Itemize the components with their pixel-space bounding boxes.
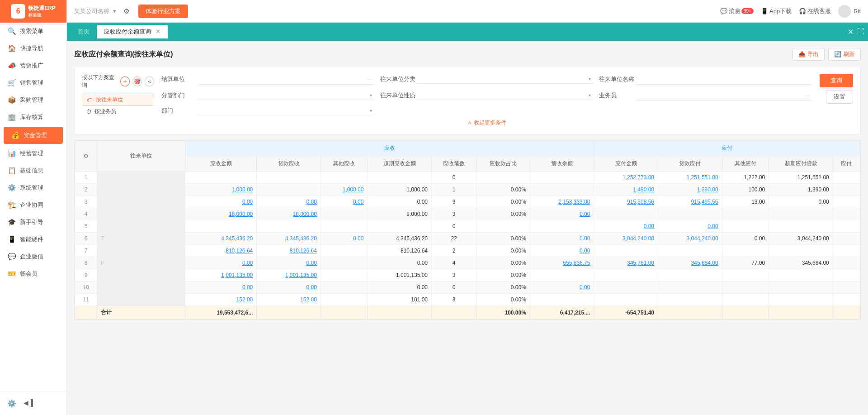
col-settings[interactable]: ⚙ [75, 141, 97, 172]
filter-target-btn[interactable]: 🎯 [132, 76, 142, 86]
row-ar-prepay[interactable] [530, 294, 594, 306]
sidebar-item-system[interactable]: ⚙️ 系统管理 [0, 179, 66, 196]
sidebar-settings-btn[interactable]: ⚙️ [7, 399, 16, 408]
partner-name-input[interactable] [635, 74, 812, 85]
row-ar-other[interactable] [321, 281, 368, 294]
row-ar-amount[interactable]: 4,345,436.20 [185, 233, 257, 245]
tab-ar-ap[interactable]: 应收应付余额查询 ✕ [97, 25, 168, 38]
user-area[interactable]: Rit [838, 5, 861, 18]
row-ar-amount[interactable]: 0.00 [185, 281, 257, 294]
row-ar-other[interactable] [321, 172, 368, 184]
row-ar-other[interactable] [321, 257, 368, 269]
row-ar-other[interactable] [321, 220, 368, 233]
row-ap-loan[interactable]: 1,251,551.00 [658, 172, 722, 184]
row-ar-amount[interactable]: 152.00 [185, 294, 257, 306]
row-ar-prepay[interactable] [530, 184, 594, 196]
header-gear-icon[interactable]: ⚙ [123, 7, 129, 15]
filter-scheme-unit[interactable]: 🏷 按往来单位 [82, 94, 154, 106]
filter-scheme-salesperson[interactable]: ⏱ 按业务员 [82, 106, 154, 117]
window-maximize-btn[interactable]: ⛶ [857, 28, 864, 36]
row-ar-amount[interactable]: 0.00 [185, 196, 257, 208]
sidebar-item-weixin[interactable]: 💬 企业微信 [0, 248, 66, 265]
row-ar-loan[interactable] [257, 184, 321, 196]
sidebar-item-basic-info[interactable]: 📋 基础信息 [0, 162, 66, 179]
row-ar-loan[interactable]: 18,000.00 [257, 208, 321, 220]
row-ap-loan[interactable]: 1,390.00 [658, 184, 722, 196]
row-ar-prepay[interactable]: 0.00 [530, 233, 594, 245]
row-ar-loan[interactable] [257, 220, 321, 233]
row-ar-prepay[interactable] [530, 172, 594, 184]
row-ap-amount[interactable]: 1,490.00 [594, 184, 658, 196]
sidebar-item-marketing[interactable]: 📣 营销推广 [0, 57, 66, 74]
sidebar-item-smart-hw[interactable]: 📱 智能硬件 [0, 231, 66, 248]
row-ap-amount[interactable]: 345,761.00 [594, 257, 658, 269]
query-btn[interactable]: 查询 [820, 74, 853, 87]
row-ap-loan[interactable]: 3,044,240.00 [658, 233, 722, 245]
salesperson-input[interactable]: ··· [635, 90, 812, 101]
breadcrumb-chevron[interactable]: ▾ [113, 8, 116, 14]
row-ap-amount[interactable] [594, 294, 658, 306]
sidebar-item-member[interactable]: 🎫 畅会员 [0, 265, 66, 282]
row-ar-prepay[interactable]: 0.00 [530, 281, 594, 294]
row-ar-loan[interactable] [257, 172, 321, 184]
division-dept-select[interactable]: ▾ [198, 106, 375, 115]
notification-area[interactable]: 💬 消息 99+ [720, 7, 754, 15]
setting-btn[interactable]: 设置 [826, 90, 853, 104]
row-ar-other[interactable]: 0.00 [321, 233, 368, 245]
row-ap-amount[interactable] [594, 208, 658, 220]
row-ar-loan[interactable]: 0.00 [257, 257, 321, 269]
sidebar-item-enterprise[interactable]: 🏗️ 企业协同 [0, 196, 66, 214]
sidebar-collapse-btn[interactable]: ◀▐ [24, 399, 33, 408]
row-ar-loan[interactable]: 0.00 [257, 281, 321, 294]
row-ar-amount[interactable]: 18,000.00 [185, 208, 257, 220]
row-ap-loan[interactable]: 0.00 [658, 220, 722, 233]
app-download-btn[interactable]: 📱 App下载 [761, 7, 792, 15]
tab-home[interactable]: 首页 [71, 25, 97, 38]
sidebar-item-search-menu[interactable]: 🔍 搜索菜单 [0, 23, 66, 40]
sidebar-item-operations[interactable]: 📊 经营管理 [0, 145, 66, 162]
row-ar-other[interactable] [321, 294, 368, 306]
row-ap-amount[interactable] [594, 281, 658, 294]
industry-plan-btn[interactable]: 体验行业方案 [138, 5, 188, 18]
row-ar-amount[interactable]: 1,001,135.00 [185, 269, 257, 281]
row-ap-loan[interactable] [658, 269, 722, 281]
table-settings-icon[interactable]: ⚙ [84, 153, 89, 159]
refresh-btn[interactable]: 🔄 刷新 [828, 48, 861, 61]
settlement-unit-input[interactable]: ··· [198, 74, 375, 85]
row-ar-other[interactable] [321, 245, 368, 257]
sidebar-item-inventory[interactable]: 🏢 库存核算 [0, 109, 66, 126]
online-service-btn[interactable]: 🎧 在线客服 [799, 7, 831, 15]
export-btn[interactable]: 📤 导出 [793, 48, 825, 61]
partner-nature-select[interactable]: ▾ [416, 91, 594, 100]
sidebar-item-finance[interactable]: 💰 资金管理 [4, 127, 63, 144]
row-ap-loan[interactable] [658, 208, 722, 220]
row-ar-prepay[interactable]: 2,153,333.00 [530, 196, 594, 208]
row-ar-other[interactable]: 1,000.00 [321, 184, 368, 196]
row-ar-amount[interactable]: 810,126.64 [185, 245, 257, 257]
row-ar-amount[interactable] [185, 220, 257, 233]
partner-type-select[interactable]: ▾ [416, 75, 594, 84]
sidebar-item-sales[interactable]: 🛒 销售管理 [0, 74, 66, 91]
row-ap-amount[interactable]: 915,508.56 [594, 196, 658, 208]
filter-collapse-btn[interactable]: ∧ 收起更多条件 [161, 115, 812, 127]
row-ar-prepay[interactable] [530, 269, 594, 281]
row-ar-other[interactable] [321, 208, 368, 220]
row-ar-prepay[interactable]: 655,636.75 [530, 257, 594, 269]
row-ar-amount[interactable]: 1,000.00 [185, 184, 257, 196]
sidebar-item-quick-nav[interactable]: 🏠 快捷导航 [0, 40, 66, 57]
row-ap-loan[interactable] [658, 245, 722, 257]
row-ap-loan[interactable]: 345,684.00 [658, 257, 722, 269]
row-ar-amount[interactable]: 0.00 [185, 257, 257, 269]
row-ap-amount[interactable]: 0.00 [594, 220, 658, 233]
row-ar-loan[interactable]: 0.00 [257, 196, 321, 208]
row-ap-amount[interactable] [594, 245, 658, 257]
row-ar-loan[interactable]: 1,001,135.00 [257, 269, 321, 281]
row-ap-loan[interactable] [658, 294, 722, 306]
row-ar-prepay[interactable]: 0.00 [530, 245, 594, 257]
dept-select[interactable]: ▾ [198, 91, 375, 100]
filter-add-btn[interactable]: + [120, 76, 130, 86]
row-ar-prepay[interactable] [530, 220, 594, 233]
row-ap-amount[interactable]: 1,252,773.00 [594, 172, 658, 184]
row-ap-loan[interactable] [658, 281, 722, 294]
row-ap-amount[interactable] [594, 269, 658, 281]
